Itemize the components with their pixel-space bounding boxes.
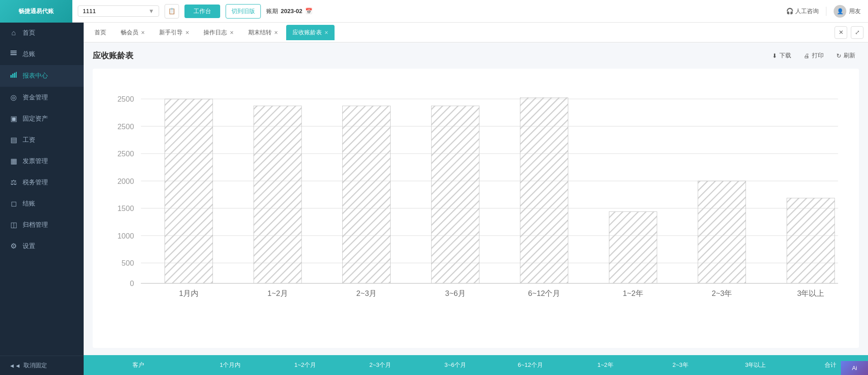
sidebar-item-settings[interactable]: ⚙ 设置 <box>0 235 84 257</box>
print-label: 打印 <box>812 52 824 60</box>
svg-rect-6 <box>16 72 17 78</box>
archive-icon: ◫ <box>9 220 18 229</box>
svg-text:3~6月: 3~6月 <box>445 289 466 298</box>
sidebar-item-home[interactable]: ⌂ 首页 <box>0 23 84 43</box>
svg-text:0: 0 <box>130 279 134 288</box>
col-customer: 客户 <box>84 361 193 369</box>
svg-rect-4 <box>12 74 14 78</box>
app-logo-text: 畅捷通易代账 <box>19 7 54 15</box>
sidebar-label-reports: 报表中心 <box>23 72 48 80</box>
consult-label: 人工咨询 <box>795 7 819 15</box>
svg-rect-1 <box>10 52 17 53</box>
sidebar-label-funds: 资金管理 <box>23 94 48 102</box>
sidebar-label-ledger: 总账 <box>23 50 35 58</box>
tab-member-close[interactable]: × <box>141 29 145 36</box>
svg-text:6~12个月: 6~12个月 <box>528 289 560 298</box>
sidebar-item-salary[interactable]: ▤ 工资 <box>0 129 84 150</box>
col-3-6m: 3~6个月 <box>418 361 493 369</box>
tab-aging-close[interactable]: × <box>325 29 328 36</box>
ai-badge-text: Ai <box>852 365 857 371</box>
bar-3-6月 <box>431 106 479 283</box>
tab-oplog-close[interactable]: × <box>230 29 233 36</box>
sidebar-label-salary: 工资 <box>23 136 35 144</box>
cancel-pin-btn[interactable]: ◄◄ 取消固定 <box>0 356 84 375</box>
col-2-3m: 2~3个月 <box>343 361 418 369</box>
tab-aging[interactable]: 应收账龄表 × <box>286 25 335 40</box>
tax-icon: ⚖ <box>9 178 18 187</box>
sidebar-label-archive: 归档管理 <box>23 221 48 229</box>
refresh-label: 刷新 <box>844 52 855 60</box>
svg-text:1月内: 1月内 <box>179 289 198 298</box>
sidebar-item-ledger[interactable]: 总账 <box>0 43 84 65</box>
sidebar-item-assets[interactable]: ▣ 固定资产 <box>0 108 84 129</box>
bar-1月内 <box>165 99 213 283</box>
tab-guide[interactable]: 新手引导 × <box>153 25 195 40</box>
pin-icon: ◄◄ <box>9 362 21 369</box>
sidebar-item-checkout[interactable]: ◻ 结账 <box>0 193 84 214</box>
dropdown-arrow-icon: ▼ <box>148 8 154 14</box>
company-selector[interactable]: 1111 ▼ <box>78 5 159 17</box>
bar-1-2年 <box>609 212 657 284</box>
period-area: 账期 2023-02 📅 <box>266 7 312 15</box>
header-right: 🎧 人工咨询 👤 用友 <box>786 5 861 18</box>
sidebar-label-settings: 设置 <box>23 242 35 250</box>
svg-text:1~2年: 1~2年 <box>623 289 643 298</box>
calendar-icon[interactable]: 📅 <box>305 8 312 14</box>
table-header: 客户 1个月内 1~2个月 2~3个月 3~6个月 6~12个月 1~2年 2~… <box>84 355 868 375</box>
svg-text:2000: 2000 <box>118 177 134 186</box>
tab-period-end-label: 期末结转 <box>248 28 272 37</box>
close-all-tab-btn[interactable]: ✕ <box>835 26 847 39</box>
divider <box>826 7 826 16</box>
tab-guide-close[interactable]: × <box>185 29 189 36</box>
sidebar-item-invoice[interactable]: ▦ 发票管理 <box>0 150 84 172</box>
workbench-button[interactable]: 工作台 <box>184 5 220 18</box>
tab-period-end[interactable]: 期末结转 × <box>242 25 284 40</box>
sidebar-item-funds[interactable]: ◎ 资金管理 <box>0 87 84 108</box>
download-label: 下载 <box>779 52 791 60</box>
svg-text:3年以上: 3年以上 <box>797 289 824 298</box>
consult-button[interactable]: 🎧 人工咨询 <box>786 7 819 15</box>
copy-icon[interactable]: 📋 <box>165 4 179 19</box>
period-value: 2023-02 <box>281 8 302 14</box>
tab-period-end-close[interactable]: × <box>274 29 278 36</box>
tab-oplog[interactable]: 操作日志 × <box>197 25 240 40</box>
bar-chart: 2500 2500 2500 2000 1500 1000 500 0 <box>100 76 852 341</box>
reports-icon <box>9 71 18 80</box>
checkout-icon: ◻ <box>9 199 18 208</box>
app-logo: 畅捷通易代账 <box>0 0 72 23</box>
tab-oplog-label: 操作日志 <box>203 28 227 37</box>
svg-rect-3 <box>10 75 12 78</box>
print-button[interactable]: 🖨 打印 <box>800 50 827 61</box>
user-menu[interactable]: 👤 用友 <box>834 5 861 18</box>
col-1m: 1个月内 <box>193 361 268 369</box>
period-label: 账期 <box>266 7 278 15</box>
sidebar-item-tax[interactable]: ⚖ 税务管理 <box>0 172 84 193</box>
svg-rect-5 <box>14 73 15 78</box>
svg-rect-2 <box>10 54 17 55</box>
switch-version-button[interactable]: 切到旧版 <box>226 4 261 19</box>
col-2-3y: 2~3年 <box>643 361 718 369</box>
salary-icon: ▤ <box>9 136 18 144</box>
download-button[interactable]: ⬇ 下载 <box>769 50 795 61</box>
tab-bar: 首页 畅会员 × 新手引导 × 操作日志 × 期末结转 × 应收账龄表 × <box>84 23 868 42</box>
invoice-icon: ▦ <box>9 157 18 165</box>
tab-home-label: 首页 <box>94 28 106 37</box>
ai-badge[interactable]: Ai <box>841 361 868 375</box>
svg-text:500: 500 <box>122 259 134 267</box>
sidebar-label-checkout: 结账 <box>23 200 35 208</box>
bar-1-2月 <box>254 106 302 283</box>
sidebar-item-reports[interactable]: 报表中心 <box>0 65 84 87</box>
page-actions: ⬇ 下载 🖨 打印 ↻ 刷新 <box>769 50 859 61</box>
tab-member[interactable]: 畅会员 × <box>114 25 151 40</box>
svg-text:2~3月: 2~3月 <box>356 289 377 298</box>
refresh-button[interactable]: ↻ 刷新 <box>833 50 859 61</box>
home-icon: ⌂ <box>9 29 18 37</box>
sidebar-item-archive[interactable]: ◫ 归档管理 <box>0 214 84 235</box>
bar-3年以上 <box>787 198 835 283</box>
settings-icon: ⚙ <box>9 242 18 250</box>
tab-member-label: 畅会员 <box>121 28 138 37</box>
expand-tab-btn[interactable]: ⤢ <box>851 26 863 39</box>
tab-home[interactable]: 首页 <box>88 25 113 40</box>
tab-right-buttons: ✕ ⤢ <box>835 26 863 39</box>
col-3y-plus: 3年以上 <box>718 361 793 369</box>
